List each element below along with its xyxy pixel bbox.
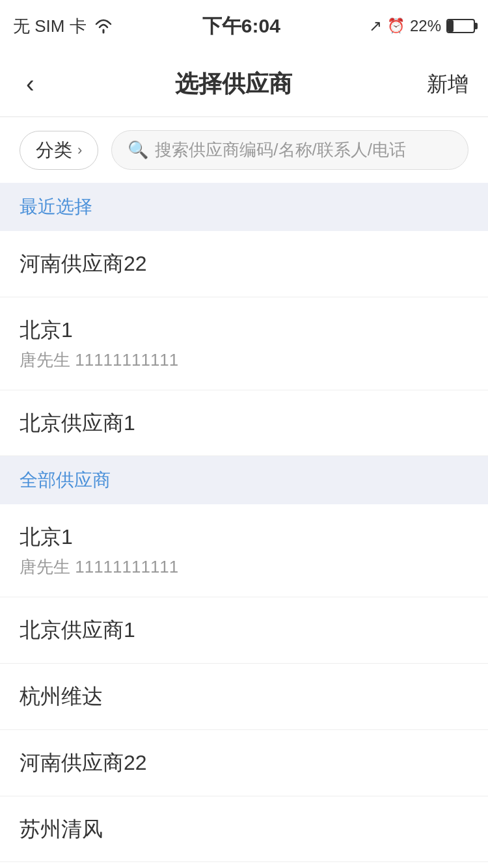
status-time: 下午6:04 xyxy=(202,13,280,40)
search-placeholder: 搜索供应商编码/名称/联系人/电话 xyxy=(155,139,406,161)
search-box[interactable]: 🔍 搜索供应商编码/名称/联系人/电话 xyxy=(111,130,468,170)
item-name: 河南供应商22 xyxy=(20,748,468,778)
filter-bar: 分类 › 🔍 搜索供应商编码/名称/联系人/电话 xyxy=(0,117,488,183)
sim-label: 无 SIM 卡 xyxy=(13,15,87,38)
item-sub: 唐先生 11111111111 xyxy=(20,349,468,372)
location-icon: ↗ xyxy=(369,17,382,35)
item-name: 北京1 xyxy=(20,522,468,552)
all-items-list: 北京1唐先生 11111111111北京供应商1杭州维达河南供应商22苏州清风 xyxy=(0,504,488,862)
list-item[interactable]: 北京1唐先生 11111111111 xyxy=(0,297,488,390)
nav-bar: ‹ 选择供应商 新增 xyxy=(0,52,488,117)
list-item[interactable]: 杭州维达 xyxy=(0,664,488,730)
all-section-title: 全部供应商 xyxy=(20,470,111,490)
search-icon: 🔍 xyxy=(128,140,148,160)
page-title: 选择供应商 xyxy=(175,68,292,100)
recent-section-title: 最近选择 xyxy=(20,197,92,217)
status-left: 无 SIM 卡 xyxy=(13,15,114,38)
battery-icon xyxy=(446,19,475,33)
item-name: 北京1 xyxy=(20,316,468,345)
list-item[interactable]: 河南供应商22 xyxy=(0,730,488,796)
item-name: 北京供应商1 xyxy=(20,409,468,438)
alarm-icon: ⏰ xyxy=(387,18,405,34)
list-item[interactable]: 苏州清风 xyxy=(0,796,488,863)
item-sub: 唐先生 11111111111 xyxy=(20,556,468,578)
item-name: 杭州维达 xyxy=(20,682,468,711)
list-item[interactable]: 北京供应商1 xyxy=(0,390,488,457)
list-item[interactable]: 北京供应商1 xyxy=(0,597,488,664)
item-name: 苏州清风 xyxy=(20,815,468,844)
back-button[interactable]: ‹ xyxy=(20,64,41,105)
recent-section-header: 最近选择 xyxy=(0,183,488,231)
list-item[interactable]: 河南供应商22 xyxy=(0,231,488,297)
chevron-right-icon: › xyxy=(77,142,82,159)
item-name: 河南供应商22 xyxy=(20,249,468,278)
wifi-icon xyxy=(93,18,114,34)
all-section-header: 全部供应商 xyxy=(0,456,488,504)
battery-percent: 22% xyxy=(410,17,441,35)
status-bar: 无 SIM 卡 下午6:04 ↗ ⏰ 22% xyxy=(0,0,488,52)
add-button[interactable]: 新增 xyxy=(427,70,468,99)
list-item[interactable]: 北京1唐先生 11111111111 xyxy=(0,504,488,597)
category-label: 分类 xyxy=(36,138,72,163)
item-name: 北京供应商1 xyxy=(20,616,468,645)
recent-items-list: 河南供应商22北京1唐先生 11111111111北京供应商1 xyxy=(0,231,488,456)
category-filter[interactable]: 分类 › xyxy=(20,131,98,170)
status-right: ↗ ⏰ 22% xyxy=(369,17,475,35)
